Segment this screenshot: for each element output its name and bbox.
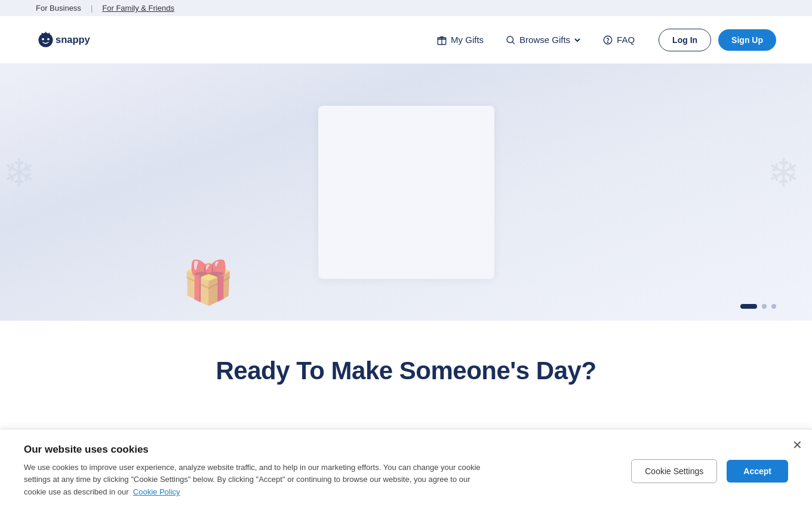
ready-section: Ready To Make Someone's Day? bbox=[0, 321, 812, 409]
carousel-dots bbox=[740, 304, 776, 309]
deco-gift-bottom: 🎁 bbox=[179, 249, 251, 309]
svg-point-2 bbox=[47, 38, 50, 40]
svg-point-1 bbox=[42, 38, 44, 40]
browse-gifts-link[interactable]: Browse Gifts bbox=[505, 35, 581, 45]
ready-heading: Ready To Make Someone's Day? bbox=[36, 357, 776, 385]
nav-buttons: Log In Sign Up bbox=[659, 29, 776, 51]
navbar: snappy My Gifts Browse Gifts bbox=[0, 16, 812, 64]
top-bar: For Business | For Family & Friends bbox=[0, 0, 812, 16]
gift-icon bbox=[436, 35, 447, 45]
search-icon bbox=[505, 35, 516, 45]
deco-snowflake-left: ❄ bbox=[0, 148, 48, 195]
snappy-logo-svg: snappy bbox=[36, 28, 107, 52]
login-button[interactable]: Log In bbox=[659, 29, 711, 51]
nav-links: My Gifts Browse Gifts FAQ bbox=[436, 35, 635, 45]
carousel-dot-2[interactable] bbox=[762, 304, 767, 309]
svg-text:❄: ❄ bbox=[767, 151, 799, 195]
hero-section: ❄ ❄ 🎁 bbox=[0, 64, 812, 321]
signup-button[interactable]: Sign Up bbox=[718, 29, 776, 51]
logo[interactable]: snappy bbox=[36, 28, 107, 52]
faq-link[interactable]: FAQ bbox=[602, 35, 635, 45]
svg-point-7 bbox=[607, 42, 608, 42]
carousel-dot-3[interactable] bbox=[771, 304, 776, 309]
svg-text:🎁: 🎁 bbox=[182, 258, 235, 308]
for-business-link[interactable]: For Business bbox=[36, 4, 81, 13]
my-gifts-link[interactable]: My Gifts bbox=[436, 35, 484, 45]
deco-snowflake-right: ❄ bbox=[764, 148, 812, 195]
question-icon bbox=[602, 35, 613, 45]
chevron-down-icon bbox=[574, 36, 581, 44]
for-family-link[interactable]: For Family & Friends bbox=[102, 4, 174, 13]
svg-text:snappy: snappy bbox=[56, 34, 91, 45]
separator: | bbox=[91, 4, 93, 13]
carousel-dot-1[interactable] bbox=[740, 304, 757, 309]
hero-card bbox=[318, 106, 494, 279]
svg-point-5 bbox=[507, 36, 513, 43]
svg-text:❄: ❄ bbox=[3, 151, 35, 195]
